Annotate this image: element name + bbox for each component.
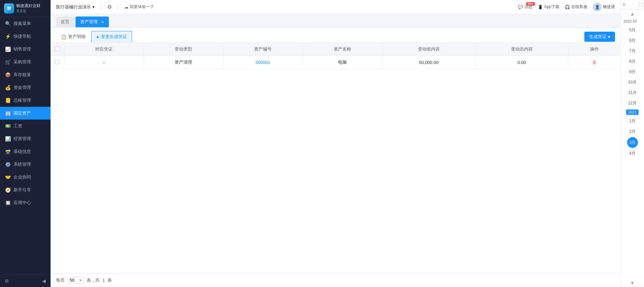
sidebar-label: 搜索菜单 (13, 21, 31, 27)
month-item[interactable]: 8月 (626, 57, 638, 66)
tab-asset-management[interactable]: 资产管理 ✕ (75, 17, 109, 27)
sidebar-item-应用中心[interactable]: 🔲应用中心 (0, 196, 51, 209)
cloud-icon: ☁ (124, 5, 128, 9)
month-item[interactable]: 11月 (625, 88, 639, 98)
date-panel: ✕ ⛶ ▲ 2023.035月6月7月8月9月10月11月12月20231月2月… (620, 0, 644, 287)
sidebar-label: 新手引导 (13, 187, 31, 193)
month-item[interactable]: 6月 (626, 36, 638, 45)
month-item[interactable]: 4月 (626, 149, 638, 158)
sidebar-icon: 🤝 (5, 174, 11, 180)
user-name: 畅捷通 (603, 4, 615, 10)
sidebar-item-固定资产[interactable]: 🏢固定资产 (0, 107, 51, 120)
subtab-change-voucher[interactable]: ● 变更生成凭证 (91, 31, 132, 42)
sidebar-item-基础信息[interactable]: 🗃️基础信息 (0, 145, 51, 158)
sidebar-label: 销售管理 (13, 46, 31, 52)
col-asset-code: 资产编号 (223, 43, 303, 56)
month-item[interactable]: 3月 (627, 137, 638, 148)
year-label-2022: 2023.03 (621, 18, 644, 25)
table-footer: 每页 50 10 20 100 条，共 1 条 (51, 273, 620, 287)
sidebar-icon: 📈 (5, 46, 11, 52)
sidebar-bottom: ⚙ ◀ (0, 275, 51, 287)
sidebar-label: 快捷导航 (13, 33, 31, 39)
sidebar-icon: 📦 (5, 72, 11, 77)
row-checkbox-cell (51, 56, 64, 69)
collapse-icon[interactable]: ◀ (42, 278, 46, 284)
subtab-asset-detail[interactable]: 📋 资产明细 (56, 31, 91, 42)
sidebar-icon: 🛒 (5, 59, 11, 65)
month-item[interactable]: 7月 (626, 46, 638, 56)
subtab-change-voucher-label: 变更生成凭证 (101, 34, 127, 40)
generate-label: 生成凭证 (589, 34, 607, 40)
sidebar-item-总账管理[interactable]: 📒总账管理 (0, 94, 51, 107)
month-item[interactable]: 10月 (625, 77, 639, 87)
app-download-label: App下载 (544, 4, 559, 10)
sidebar-label: 库存核算 (13, 72, 31, 78)
sidebar-item-资金管理[interactable]: 💰资金管理 (0, 81, 51, 94)
col-asset-name: 资产名称 (303, 43, 382, 56)
sidebar-item-采购管理[interactable]: 🛒采购管理 (0, 56, 51, 68)
row-checkbox[interactable] (55, 60, 60, 64)
sidebar-label: 基础信息 (13, 149, 31, 155)
feedback-label: 我要体验一下 (130, 4, 154, 10)
app-download-button[interactable]: 📱 App下载 (538, 4, 559, 10)
sidebar-icon: ⚙️ (5, 162, 11, 167)
table-wrapper: 对应凭证 变动类型 资产编号 资产名称 变动前内容 (51, 43, 620, 273)
select-all-checkbox[interactable] (55, 46, 60, 51)
year-badge[interactable]: 2023 (626, 109, 638, 115)
month-item[interactable]: 5月 (626, 25, 638, 35)
col-change-type: 变动类型 (144, 43, 223, 56)
scroll-down-arrow[interactable]: ▼ (621, 279, 644, 287)
settings-icon[interactable]: ⚙ (5, 278, 9, 284)
sidebar-label: 采购管理 (13, 59, 31, 65)
online-service-button[interactable]: 🎧 在线客服 (565, 4, 587, 10)
headset-icon: 🎧 (565, 5, 570, 9)
sidebar-item-库存核算[interactable]: 📦库存核算 (0, 68, 51, 81)
comma-label: 条，共 (87, 277, 100, 283)
feedback-button[interactable]: ☁ 我要体验一下 (124, 4, 154, 10)
sidebar-icon: 🔲 (5, 200, 11, 205)
month-item[interactable]: 2月 (626, 127, 638, 136)
content-area: 📋 资产明细 ● 变更生成凭证 生成凭证 ▾ (51, 28, 620, 287)
tab-close-icon[interactable]: ✕ (101, 20, 104, 24)
company-selector[interactable]: 医疗器械行业演示 ▾ (56, 4, 95, 10)
col-checkbox (51, 43, 64, 56)
table-header-row: 对应凭证 变动类型 资产编号 资产名称 变动前内容 (51, 43, 620, 56)
month-item[interactable]: 12月 (625, 98, 639, 108)
generate-voucher-button[interactable]: 生成凭证 ▾ (584, 32, 615, 42)
main-area: 医疗器械行业演示 ▾ ⚙ ☁ 我要体验一下 💬 消息 99+ 📱 App下载 🎧… (51, 0, 620, 287)
sidebar-item-经营管理[interactable]: 📊经营管理 (0, 132, 51, 145)
sidebar-label: 工资 (13, 123, 22, 129)
col-before-value: 变动前内容 (382, 43, 475, 56)
sidebar-item-企业协同[interactable]: 🤝企业协同 (0, 171, 51, 184)
sidebar-item-搜索菜单[interactable]: 🔍搜索菜单 (0, 17, 51, 30)
row-before-value: 50,000.00 (382, 56, 475, 69)
sub-tab-bar: 📋 资产明细 ● 变更生成凭证 生成凭证 ▾ (51, 28, 620, 43)
month-scroll: 2023.035月6月7月8月9月10月11月12月20231月2月3月4月 (621, 18, 644, 279)
gear-icon[interactable]: ⚙ (107, 4, 112, 10)
sidebar-item-工资[interactable]: 💵工资 (0, 120, 51, 132)
panel-expand-icon[interactable]: ⛶ (639, 2, 643, 7)
sidebar-item-系统管理[interactable]: ⚙️系统管理 (0, 158, 51, 171)
sidebar-item-快捷导航[interactable]: ⚡快捷导航 (0, 30, 51, 43)
user-menu[interactable]: 👤 畅捷通 (593, 3, 615, 11)
sidebar-item-销售管理[interactable]: 📈销售管理 (0, 43, 51, 56)
delete-icon[interactable]: 🗑 (592, 60, 597, 65)
sidebar-label: 固定资产 (13, 110, 31, 116)
sidebar-item-新手引导[interactable]: 🧭新手引导 (0, 184, 51, 196)
panel-close-icon[interactable]: ✕ (622, 2, 626, 7)
tab-home[interactable]: 首页 (56, 17, 74, 27)
asset-table: 对应凭证 变动类型 资产编号 资产名称 变动前内容 (51, 43, 620, 69)
scroll-up-arrow[interactable]: ▲ (621, 10, 644, 18)
subtab-asset-detail-label: 资产明细 (68, 34, 86, 40)
sidebar-icon: 💵 (5, 123, 11, 129)
month-item[interactable]: 1月 (626, 116, 638, 126)
table-row: -- 资产清理 000001 电脑 50,000.00 0.00 🗑 (51, 56, 620, 69)
sidebar-icon: 🗃️ (5, 149, 11, 154)
row-voucher: -- (64, 56, 144, 69)
tab-bar: 首页 资产管理 ✕ (51, 14, 620, 28)
page-size-select[interactable]: 50 10 20 100 (67, 277, 84, 284)
col-voucher: 对应凭证 (64, 43, 144, 56)
month-item[interactable]: 9月 (626, 67, 638, 77)
message-button[interactable]: 💬 消息 99+ (518, 4, 532, 10)
sidebar-icon: ⚡ (5, 34, 11, 39)
